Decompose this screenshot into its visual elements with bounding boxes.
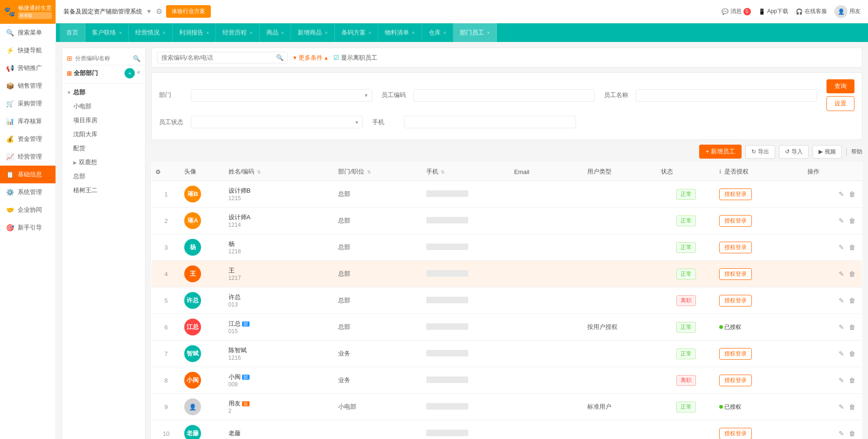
tab-employee-close[interactable]: ×: [487, 30, 490, 35]
settings-icon[interactable]: ⚙: [156, 7, 162, 16]
col-phone[interactable]: 手机 ⇅: [423, 163, 511, 181]
sidebar-item-finance[interactable]: 💰 资金管理: [0, 130, 56, 148]
sidebar-item-guide[interactable]: 🎯 新手引导: [0, 219, 56, 237]
delete-button[interactable]: 🗑: [849, 217, 855, 224]
col-name[interactable]: 姓名/编码 ⇅: [225, 163, 335, 181]
sidebar-item-enterprise[interactable]: 🤝 企业协同: [0, 201, 56, 219]
emp-code-input[interactable]: [413, 89, 595, 102]
sidebar-item-sales[interactable]: 📦 销售管理: [0, 77, 56, 95]
tab-bom-close[interactable]: ×: [412, 30, 415, 35]
edit-button[interactable]: ✎: [839, 430, 844, 437]
dept-collapse-button[interactable]: «: [137, 68, 140, 78]
sidebar-item-inventory[interactable]: 📊 库存核算: [0, 112, 56, 130]
edit-button[interactable]: ✎: [839, 217, 844, 224]
delete-button[interactable]: 🗑: [849, 430, 855, 437]
status-select-wrap[interactable]: [191, 116, 363, 128]
tab-profit-close[interactable]: ×: [206, 30, 209, 35]
dept-item-xdept[interactable]: 小电部: [62, 99, 145, 113]
tab-customer[interactable]: 客户联络 ×: [85, 23, 129, 42]
auth-button[interactable]: 授权登录: [719, 295, 752, 307]
tab-operations-close[interactable]: ×: [162, 30, 165, 35]
message-button[interactable]: 💬 消息 5: [722, 7, 751, 15]
sidebar-item-basicinfo[interactable]: 📋 基础信息: [0, 166, 56, 183]
delete-button[interactable]: 🗑: [849, 323, 855, 331]
search-input[interactable]: [161, 54, 274, 61]
dept-select[interactable]: [191, 89, 372, 102]
delete-button[interactable]: 🗑: [849, 244, 855, 251]
tab-home[interactable]: 首页: [60, 23, 85, 42]
tab-bom[interactable]: 物料清单 ×: [378, 23, 422, 42]
tab-history-close[interactable]: ×: [250, 30, 252, 35]
delete-button[interactable]: 🗑: [849, 297, 855, 304]
auth-button[interactable]: 授权登录: [719, 268, 752, 280]
edit-button[interactable]: ✎: [839, 350, 844, 357]
search-icon[interactable]: 🔍: [276, 54, 284, 61]
export-button[interactable]: ↻ 导出: [745, 145, 775, 159]
tab-customer-close[interactable]: ×: [119, 30, 122, 35]
status-select[interactable]: [191, 116, 363, 128]
delete-button[interactable]: 🗑: [849, 270, 855, 278]
edit-button[interactable]: ✎: [839, 270, 844, 278]
col-dept[interactable]: 部门/职位 ⇅: [334, 163, 423, 181]
edit-button[interactable]: ✎: [839, 244, 844, 251]
auth-button[interactable]: 授权登录: [719, 215, 752, 227]
col-settings[interactable]: ⚙: [152, 163, 181, 181]
delete-button[interactable]: 🗑: [849, 350, 855, 357]
auth-button[interactable]: 授权登录: [719, 375, 752, 386]
tab-barcode[interactable]: 条码方案 ×: [335, 23, 378, 42]
delete-button[interactable]: 🗑: [849, 376, 855, 384]
online-service-button[interactable]: 🎧 在线客服: [796, 7, 827, 15]
dept-search-input[interactable]: [75, 55, 130, 62]
add-employee-button[interactable]: + 新增员工: [699, 145, 742, 159]
help-label[interactable]: 帮助: [851, 148, 862, 156]
auth-button[interactable]: 授权登录: [719, 428, 752, 439]
import-button[interactable]: ↺ 导入: [779, 145, 809, 159]
show-resigned-toggle[interactable]: ☑ 显示离职员工: [333, 54, 377, 62]
sidebar-item-purchase[interactable]: 🛒 采购管理: [0, 95, 56, 112]
dept-item-warehouse[interactable]: 项目库房: [62, 113, 145, 127]
experience-button[interactable]: 体验行业方案: [166, 5, 211, 18]
dept-item-shuanglu[interactable]: ▶ 双鹿想: [62, 155, 145, 169]
dept-item-hq[interactable]: 总部: [62, 169, 145, 183]
phone-input[interactable]: [404, 116, 576, 128]
app-download-button[interactable]: 📱 App下载: [758, 7, 788, 15]
tab-goods-close[interactable]: ×: [281, 30, 284, 35]
tab-new-goods[interactable]: 新增商品 ×: [291, 23, 334, 42]
video-button[interactable]: ▶ 视频: [812, 145, 842, 159]
auth-button[interactable]: 授权登录: [719, 348, 752, 360]
auth-button[interactable]: 授权登录: [719, 188, 752, 200]
delete-button[interactable]: 🗑: [849, 190, 855, 198]
auth-button[interactable]: 授权登录: [719, 242, 752, 253]
dept-item-root[interactable]: ▼ 总部: [62, 85, 145, 99]
dropdown-arrow-icon[interactable]: ▼: [146, 8, 152, 15]
tab-warehouse-close[interactable]: ×: [444, 30, 446, 35]
tab-warehouse[interactable]: 仓库 ×: [422, 23, 453, 42]
edit-button[interactable]: ✎: [839, 190, 844, 198]
sidebar-item-shortcut[interactable]: ⚡ 快捷导航: [0, 42, 56, 59]
edit-button[interactable]: ✎: [839, 323, 844, 331]
query-button[interactable]: 查询: [826, 79, 854, 93]
edit-button[interactable]: ✎: [839, 297, 844, 304]
tab-profit[interactable]: 利润报告 ×: [173, 23, 216, 42]
dept-item-shenyang[interactable]: 沈阳大库: [62, 127, 145, 141]
sidebar-item-operations[interactable]: 📈 经营管理: [0, 148, 56, 166]
emp-name-input[interactable]: [636, 89, 817, 102]
set-button[interactable]: 设置: [826, 96, 854, 111]
edit-button[interactable]: ✎: [839, 403, 844, 411]
tab-operations[interactable]: 经营情况 ×: [129, 23, 172, 42]
tab-history[interactable]: 经营历程 ×: [216, 23, 259, 42]
dept-select-wrap[interactable]: [191, 89, 372, 102]
dept-item-zhishu[interactable]: 植树王二: [62, 183, 145, 197]
sidebar-item-marketing[interactable]: 📢 营销推广: [0, 59, 56, 77]
filter-more-button[interactable]: ▾ 更多条件 ▴: [293, 54, 328, 62]
dept-item-distribution[interactable]: 配货: [62, 141, 145, 155]
tab-barcode-close[interactable]: ×: [368, 30, 371, 35]
sidebar-item-search[interactable]: 🔍 搜索菜单: [0, 24, 56, 42]
delete-button[interactable]: 🗑: [849, 403, 855, 411]
tab-goods[interactable]: 商品 ×: [260, 23, 291, 42]
user-menu[interactable]: 👤 用友: [834, 5, 861, 18]
tab-employee[interactable]: 部门员工 ×: [453, 23, 497, 42]
edit-button[interactable]: ✎: [839, 376, 844, 384]
dept-search-icon[interactable]: 🔍: [133, 55, 140, 62]
dept-add-button[interactable]: +: [125, 68, 135, 78]
